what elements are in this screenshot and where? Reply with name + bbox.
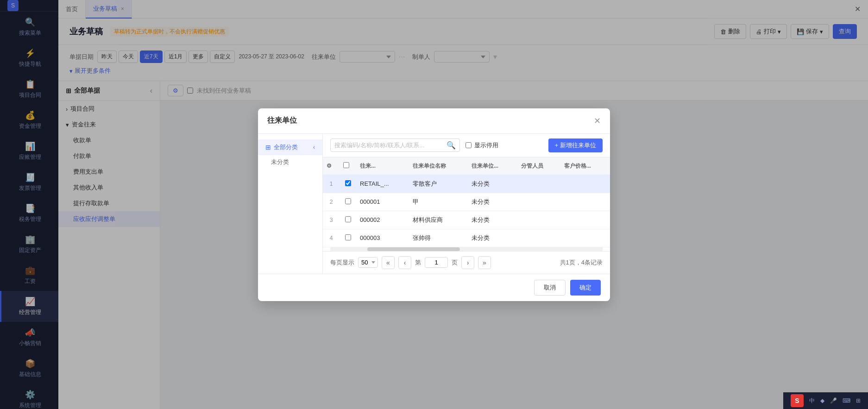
- bottom-item-mic[interactable]: 🎤: [830, 397, 837, 404]
- header-checkbox[interactable]: [343, 162, 349, 168]
- partner-modal: 往来单位 ✕ ⊞ 全部分类 ‹ 未分类: [258, 108, 610, 301]
- page-prev-button[interactable]: ‹: [398, 256, 411, 269]
- search-box: 🔍: [330, 138, 460, 152]
- row-code: RETAIL_...: [356, 175, 409, 193]
- modal-category-all-label: 全部分类: [274, 143, 298, 151]
- row-check[interactable]: [340, 175, 356, 193]
- th-check: [340, 157, 356, 175]
- table-row[interactable]: 3 000002 材料供应商 未分类: [323, 211, 610, 229]
- modal-table: ⚙ 往来... 往来单位名称 往来单位...: [323, 157, 610, 247]
- th-code: 往来...: [356, 157, 409, 175]
- row-check[interactable]: [340, 193, 356, 211]
- row-price: [560, 229, 610, 247]
- th-category: 往来单位...: [468, 157, 517, 175]
- th-icon: ⚙: [323, 157, 340, 175]
- modal-category-uncategorized[interactable]: 未分类: [258, 155, 322, 169]
- show-disabled-text: 显示停用: [474, 141, 498, 150]
- table-row[interactable]: 2 000001 甲 未分类: [323, 193, 610, 211]
- show-disabled-label[interactable]: 显示停用: [465, 141, 498, 150]
- partner-search-input[interactable]: [334, 142, 445, 149]
- modal-pagination: 每页显示 50 « ‹ 第 页 › » 共1页，4条记录: [323, 251, 610, 274]
- bottom-bar: S 中 ◆ 🎤 ⌨ ⊞: [783, 392, 868, 409]
- th-price: 客户价格...: [560, 157, 610, 175]
- modal-category-uncategorized-label: 未分类: [271, 158, 289, 165]
- total-records-label: 共1页，4条记录: [560, 258, 603, 267]
- show-disabled-checkbox[interactable]: [465, 142, 472, 148]
- row-manager: [517, 193, 560, 211]
- modal-overlay[interactable]: 往来单位 ✕ ⊞ 全部分类 ‹ 未分类: [0, 0, 868, 409]
- row-num: 4: [323, 229, 340, 247]
- modal-header: 往来单位 ✕: [258, 108, 610, 134]
- page-label: 第: [415, 258, 421, 267]
- row-code: 000003: [356, 229, 409, 247]
- cancel-button[interactable]: 取消: [534, 280, 566, 296]
- page-last-button[interactable]: »: [478, 256, 491, 269]
- row-num: 1: [323, 175, 340, 193]
- page-suffix: 页: [452, 258, 458, 267]
- row-category: 未分类: [468, 229, 517, 247]
- modal-sidebar: ⊞ 全部分类 ‹ 未分类: [258, 134, 323, 274]
- row-manager: [517, 229, 560, 247]
- modal-title: 往来单位: [267, 116, 297, 126]
- row-check[interactable]: [340, 229, 356, 247]
- table-header-row: ⚙ 往来... 往来单位名称 往来单位...: [323, 157, 610, 175]
- bottom-item-diamond[interactable]: ◆: [820, 397, 824, 404]
- per-page-label: 每页显示: [330, 258, 354, 267]
- bottom-logo: S: [791, 394, 804, 407]
- bottom-item-grid[interactable]: ⊞: [856, 397, 861, 404]
- horizontal-scrollbar[interactable]: [330, 247, 603, 251]
- row-category: 未分类: [468, 175, 517, 193]
- modal-main: 🔍 显示停用 + 新增往来单位 ⚙: [323, 134, 610, 274]
- row-manager: [517, 211, 560, 229]
- row-name: 张帅得: [409, 229, 468, 247]
- row-code: 000002: [356, 211, 409, 229]
- row-price: [560, 211, 610, 229]
- th-name: 往来单位名称: [409, 157, 468, 175]
- row-price: [560, 193, 610, 211]
- modal-category-all[interactable]: ⊞ 全部分类 ‹: [258, 139, 322, 155]
- row-manager: [517, 175, 560, 193]
- row-category: 未分类: [468, 211, 517, 229]
- scrollbar-thumb[interactable]: [367, 247, 460, 251]
- confirm-button[interactable]: 确定: [570, 280, 601, 296]
- grid-icon: ⊞: [265, 144, 271, 151]
- search-icon: 🔍: [447, 141, 456, 150]
- new-partner-label: + 新增往来单位: [555, 142, 596, 149]
- page-number-input[interactable]: [425, 257, 448, 268]
- modal-body: ⊞ 全部分类 ‹ 未分类 🔍 显示停用: [258, 134, 610, 274]
- row-num: 2: [323, 193, 340, 211]
- bottom-item-keyboard[interactable]: ⌨: [843, 397, 850, 404]
- row-code: 000001: [356, 193, 409, 211]
- page-next-button[interactable]: ›: [461, 256, 474, 269]
- page-first-button[interactable]: «: [382, 256, 395, 269]
- per-page-select[interactable]: 50: [358, 257, 378, 268]
- modal-toolbar: 🔍 显示停用 + 新增往来单位: [323, 134, 610, 157]
- row-name: 零散客户: [409, 175, 468, 193]
- th-manager: 分管人员: [517, 157, 560, 175]
- table-row[interactable]: 1 RETAIL_... 零散客户 未分类: [323, 175, 610, 193]
- row-price: [560, 175, 610, 193]
- new-partner-button[interactable]: + 新增往来单位: [548, 138, 603, 152]
- bottom-item-lang[interactable]: 中: [809, 397, 815, 405]
- modal-close-button[interactable]: ✕: [594, 116, 601, 126]
- row-num: 3: [323, 211, 340, 229]
- row-name: 甲: [409, 193, 468, 211]
- partner-table: ⚙ 往来... 往来单位名称 往来单位...: [323, 157, 610, 247]
- table-row[interactable]: 4 000003 张帅得 未分类: [323, 229, 610, 247]
- modal-footer: 取消 确定: [258, 274, 610, 301]
- sidebar-collapse-icon[interactable]: ‹: [313, 144, 315, 151]
- row-category: 未分类: [468, 193, 517, 211]
- row-check[interactable]: [340, 211, 356, 229]
- row-name: 材料供应商: [409, 211, 468, 229]
